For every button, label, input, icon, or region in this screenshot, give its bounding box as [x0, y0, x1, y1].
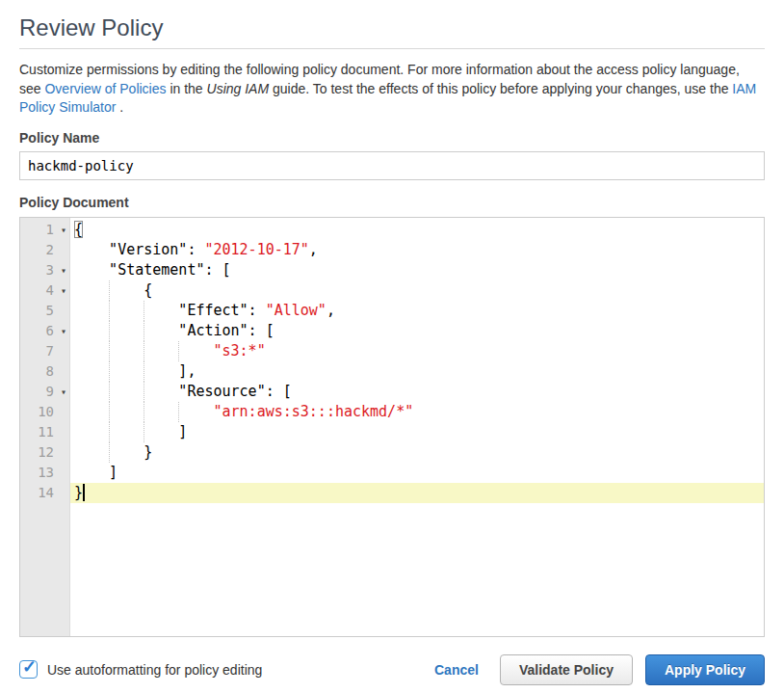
validate-policy-button[interactable]: Validate Policy [500, 654, 633, 685]
code-line[interactable]: "s3:*" [70, 341, 764, 361]
intro-text: Customize permissions by editing the fol… [19, 61, 765, 118]
text-cursor [83, 484, 85, 501]
policy-document-editor[interactable]: 1▾23▾4▾56▾789▾1011121314 { "Version": "2… [19, 217, 765, 637]
fold-caret-icon[interactable]: ▾ [61, 383, 66, 401]
code-line[interactable]: ], [70, 361, 764, 382]
code-text: "Resource": [ [74, 383, 292, 400]
indent-guide [109, 422, 110, 442]
line-number: 11 [38, 424, 54, 440]
line-number: 1 [46, 222, 54, 237]
indent-guide [109, 402, 110, 422]
page-title: Review Policy [19, 13, 765, 41]
header-divider [19, 48, 765, 49]
fold-caret-icon[interactable]: ▾ [61, 221, 66, 239]
indent-guide [109, 280, 110, 301]
code-line[interactable]: "Effect": "Allow", [70, 301, 764, 321]
code-text: ] [74, 423, 187, 440]
check-icon: ✓ [22, 656, 37, 678]
fold-caret-icon[interactable]: ▾ [61, 322, 66, 340]
code-line[interactable]: "Resource": [ [70, 382, 764, 402]
policy-name-label: Policy Name [19, 130, 765, 146]
indent-guide [144, 422, 144, 442]
indent-guide [109, 301, 110, 321]
footer-bar: ✓ Use autoformatting for policy editing … [19, 654, 765, 685]
code-line[interactable]: "Version": "2012-10-17", [70, 240, 764, 260]
code-line[interactable]: { [70, 280, 764, 301]
indent-guide [144, 402, 144, 422]
code-text: "Statement": [ [74, 261, 231, 279]
line-number: 14 [38, 485, 54, 500]
line-number: 4 [46, 282, 54, 298]
fold-caret-icon[interactable]: ▾ [61, 261, 66, 280]
line-number: 3 [46, 262, 54, 278]
code-text: "Version": [74, 241, 204, 258]
review-policy-page: Review Policy Customize permissions by e… [0, 13, 784, 685]
code-text: { [74, 281, 152, 299]
indent-guide [109, 442, 110, 463]
autoformat-checkbox[interactable]: ✓ [19, 660, 38, 679]
gutter-line: 10 [20, 402, 69, 422]
indent-guide [144, 361, 144, 382]
line-number: 5 [46, 303, 54, 318]
indent-guide [178, 402, 179, 422]
gutter-line: 8 [20, 361, 69, 382]
gutter-line: 4▾ [20, 280, 69, 301]
gutter-line: 2 [20, 240, 69, 260]
indent-guide [109, 361, 110, 382]
gutter-line: 13 [20, 463, 69, 483]
json-string: "2012-10-17" [204, 241, 308, 258]
json-string: "Allow" [266, 302, 327, 319]
indent-guide [144, 341, 144, 361]
code-line[interactable]: "Action": [ [70, 321, 764, 341]
indent-guide [109, 341, 110, 361]
line-number: 10 [38, 404, 54, 419]
code-text: { [74, 221, 83, 238]
autoformat-label: Use autoformatting for policy editing [47, 662, 262, 678]
indent-guide [144, 321, 144, 341]
cancel-link[interactable]: Cancel [434, 662, 479, 678]
editor-code-area[interactable]: { "Version": "2012-10-17", "Statement": … [70, 218, 764, 636]
intro-part-3: guide. To test the effects of this polic… [269, 81, 732, 96]
autoformat-option: ✓ Use autoformatting for policy editing [19, 660, 262, 679]
code-text: , [327, 302, 335, 319]
policy-document-label: Policy Document [19, 195, 765, 210]
gutter-line: 5 [20, 301, 69, 321]
gutter-line: 12 [20, 442, 69, 463]
json-string: "arn:aws:s3:::hackmd/*" [214, 403, 414, 420]
code-line[interactable]: "arn:aws:s3:::hackmd/*" [70, 402, 764, 422]
code-line[interactable]: ] [70, 463, 764, 483]
gutter-line: 11 [20, 422, 69, 442]
policy-name-input[interactable] [19, 151, 765, 180]
line-number: 2 [46, 242, 54, 257]
line-number: 8 [46, 363, 54, 379]
gutter-line: 6▾ [20, 321, 69, 341]
code-text: "Effect": [74, 302, 266, 319]
editor-gutter: 1▾23▾4▾56▾789▾1011121314 [20, 218, 70, 636]
indent-guide [144, 382, 144, 402]
intro-part-2: in the [167, 81, 207, 96]
gutter-line: 14 [20, 483, 69, 503]
code-line[interactable]: "Statement": [ [70, 260, 764, 280]
line-number: 7 [46, 343, 54, 359]
apply-policy-button[interactable]: Apply Policy [645, 654, 765, 685]
gutter-line: 9▾ [20, 382, 69, 402]
indent-guide [144, 301, 144, 321]
json-string: "s3:*" [214, 342, 266, 360]
line-number: 9 [46, 384, 54, 399]
code-line[interactable]: ] [70, 422, 764, 442]
code-text: , [309, 241, 318, 258]
gutter-line: 3▾ [20, 260, 69, 280]
code-text: } [74, 484, 83, 501]
code-line[interactable]: } [70, 442, 764, 463]
code-line[interactable]: } [70, 483, 764, 503]
using-iam-italic: Using IAM [207, 81, 270, 96]
line-number: 6 [46, 323, 54, 338]
intro-part-4: . [116, 99, 123, 115]
gutter-line: 7 [20, 341, 69, 361]
code-text: "Action": [ [74, 322, 274, 339]
code-line[interactable]: { [70, 220, 764, 240]
overview-of-policies-link[interactable]: Overview of Policies [44, 81, 166, 96]
code-text: ], [74, 362, 196, 380]
line-number: 13 [38, 465, 54, 480]
fold-caret-icon[interactable]: ▾ [61, 281, 66, 300]
